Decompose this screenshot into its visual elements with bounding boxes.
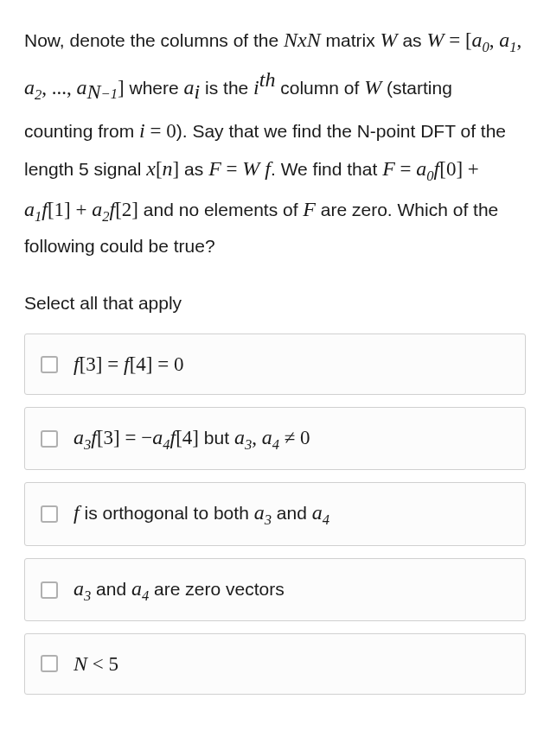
option-1-label: f[3] = f[4] = 0 [74,348,183,380]
option-2-label: a3f[3] = −a4f[4] but a3, a4 ≠ 0 [74,422,310,455]
option-5-label: N < 5 [74,648,118,680]
checkbox-icon[interactable] [41,655,58,672]
checkbox-icon[interactable] [41,430,58,448]
options-container: f[3] = f[4] = 0 a3f[3] = −a4f[4] but a3,… [24,334,526,694]
question-text: Now, denote the columns of the NxN matri… [24,21,526,264]
option-5[interactable]: N < 5 [24,633,526,695]
checkbox-icon[interactable] [41,581,58,599]
option-2[interactable]: a3f[3] = −a4f[4] but a3, a4 ≠ 0 [24,407,526,470]
option-4[interactable]: a3 and a4 are zero vectors [24,558,526,621]
option-1[interactable]: f[3] = f[4] = 0 [24,334,526,395]
checkbox-icon[interactable] [41,505,58,523]
option-4-label: a3 and a4 are zero vectors [74,573,285,607]
option-3-label: f is orthogonal to both a3 and a4 [74,497,329,530]
option-3[interactable]: f is orthogonal to both a3 and a4 [24,482,526,545]
checkbox-icon[interactable] [41,356,58,373]
instruction-text: Select all that apply [24,288,526,319]
